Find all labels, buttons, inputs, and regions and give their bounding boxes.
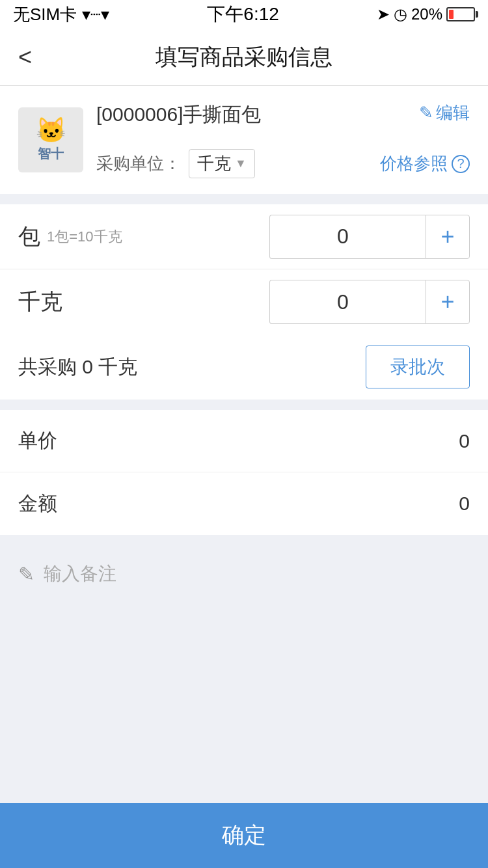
price-ref-label: 价格参照 (380, 152, 448, 175)
kg-plus-button[interactable]: + (426, 280, 470, 324)
unit-price-row: 单价 0 (0, 410, 488, 472)
time-text: 下午6:12 (207, 2, 279, 27)
unit-price-value: 0 (459, 430, 470, 452)
confirm-button[interactable]: 确定 (0, 803, 488, 868)
battery-percent: 20% (411, 5, 442, 23)
note-placeholder: 输入备注 (44, 562, 116, 586)
input-section: 包 1包=10千克 + 千克 + (0, 204, 488, 334)
product-thumbnail: 🐱 智十 (18, 107, 83, 172)
bao-input-controls: + (269, 215, 470, 259)
amount-label: 金额 (18, 491, 57, 517)
page-title: 填写商品采购信息 (156, 42, 332, 72)
status-bar: 无SIM卡 ▾┈▾ 下午6:12 ➤ ◷ 20% (0, 0, 488, 29)
kg-input-controls: + (269, 280, 470, 324)
product-name: [0000006]手撕面包 (96, 102, 261, 128)
note-section[interactable]: ✎ 输入备注 (0, 535, 488, 613)
wifi-icon: ▾┈▾ (82, 5, 109, 25)
owl-icon: 🐱 (36, 118, 66, 142)
location-icon: ➤ (377, 5, 390, 23)
summary-text: 共采购 0 千克 (18, 354, 137, 381)
bao-input-row: 包 1包=10千克 + (0, 204, 488, 269)
status-bar-left: 无SIM卡 ▾┈▾ (13, 3, 109, 26)
section-divider-2 (0, 400, 488, 410)
unit-price-label: 单价 (18, 427, 57, 454)
back-button[interactable]: < (18, 44, 32, 71)
unit-value: 千克 (197, 152, 231, 175)
unit-label-text: 采购单位： (96, 152, 181, 175)
kg-input[interactable] (269, 280, 426, 324)
kg-label: 千克 (18, 287, 96, 317)
nav-bar: < 填写商品采购信息 (0, 29, 488, 86)
empty-area (0, 613, 488, 803)
unit-select[interactable]: 千克 ▼ (189, 149, 255, 178)
bao-sub-label: 1包=10千克 (47, 227, 122, 247)
edit-label: 编辑 (436, 102, 470, 124)
amount-row: 金额 0 (0, 472, 488, 535)
bao-input[interactable] (269, 215, 426, 259)
bao-label: 包 1包=10千克 (18, 222, 122, 252)
price-section: 单价 0 金额 0 (0, 410, 488, 535)
alarm-icon: ◷ (394, 5, 407, 23)
kg-input-row: 千克 + (0, 269, 488, 334)
brand-label: 智十 (38, 145, 64, 163)
battery-icon (446, 7, 475, 21)
amount-value: 0 (459, 493, 470, 515)
bao-plus-button[interactable]: + (426, 215, 470, 259)
carrier-text: 无SIM卡 (13, 3, 77, 26)
edit-button[interactable]: ✎ 编辑 (419, 102, 470, 124)
product-card: 🐱 智十 [0000006]手撕面包 ✎ 编辑 采购单位： 千克 ▼ 价格参照 (0, 86, 488, 194)
summary-amount: 0 (82, 356, 93, 377)
confirm-label: 确定 (222, 821, 266, 850)
price-ref-help-icon: ? (452, 155, 470, 173)
product-info: [0000006]手撕面包 ✎ 编辑 采购单位： 千克 ▼ 价格参照 ? (96, 102, 470, 178)
section-divider-1 (0, 194, 488, 204)
summary-row: 共采购 0 千克 录批次 (0, 334, 488, 400)
status-bar-right: ➤ ◷ 20% (377, 5, 475, 23)
price-ref-button[interactable]: 价格参照 ? (380, 152, 470, 175)
dropdown-arrow-icon: ▼ (235, 157, 247, 170)
edit-icon: ✎ (419, 103, 433, 123)
pencil-icon: ✎ (18, 563, 34, 586)
batch-button[interactable]: 录批次 (366, 346, 470, 388)
